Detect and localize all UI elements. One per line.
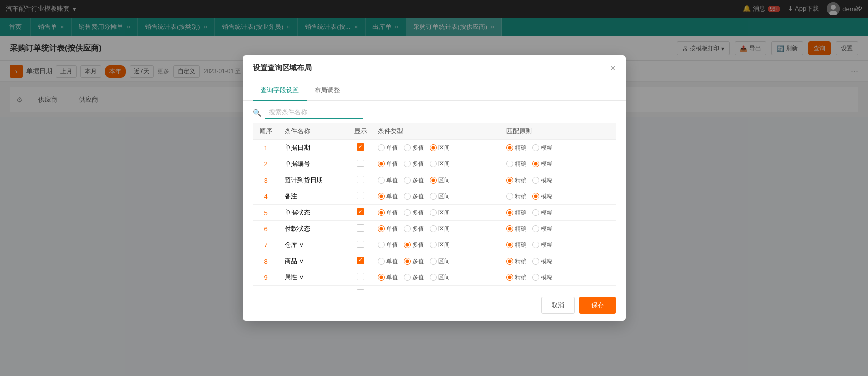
search-icon: 🔍 [253, 109, 261, 117]
tab-query-fields[interactable]: 查询字段设置 [253, 81, 307, 101]
modal-overlay: 设置查询区域布局 × 查询字段设置 布局调整 🔍 顺序 [0, 0, 868, 117]
dialog-tabs: 查询字段设置 布局调整 [243, 81, 626, 101]
settings-dialog: 设置查询区域布局 × 查询字段设置 布局调整 🔍 顺序 [243, 55, 626, 117]
dialog-close-btn[interactable]: × [610, 64, 616, 73]
search-input[interactable] [265, 107, 363, 117]
tab-layout-adjust[interactable]: 布局调整 [307, 81, 348, 101]
dialog-header: 设置查询区域布局 × [243, 55, 626, 81]
dialog-title: 设置查询区域布局 [253, 63, 312, 73]
dialog-search-area: 🔍 [243, 101, 626, 117]
